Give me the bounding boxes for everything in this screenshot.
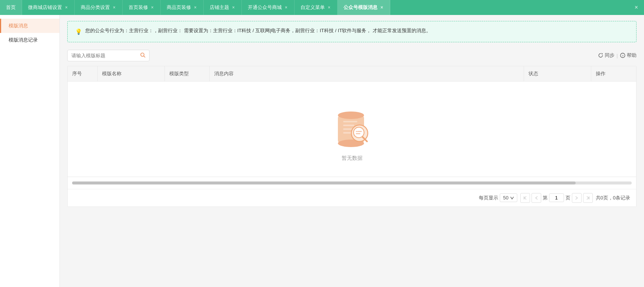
tab-close-5[interactable]: × [231,4,235,10]
col-header-type: 模版类型 [165,66,210,81]
tab-close-7[interactable]: × [327,4,331,10]
svg-rect-16 [356,133,360,134]
table-container: 序号 模版名称 模版类型 消息内容 状态 操作 [67,66,637,207]
page-size-area: 每页显示 50 [479,193,517,202]
tab-close-4[interactable]: × [193,4,197,10]
svg-text:?: ? [622,54,624,58]
page-input[interactable] [549,193,564,202]
col-header-name: 模版名称 [98,66,165,81]
tab-label-5: 店铺主题 [210,4,229,11]
horizontal-scrollbar[interactable] [68,177,636,189]
pagination: 每页显示 50 [68,189,636,207]
tab-bar: 首页微商城店铺设置×商品分类设置×首页装修×商品页装修×店铺主题×开通公众号商城… [0,0,644,15]
svg-line-1 [144,56,145,57]
tab-label-2: 商品分类设置 [81,4,110,11]
search-input[interactable] [68,51,136,61]
tab-item-3[interactable]: 首页装修× [123,0,161,15]
page-label: 第 [543,195,548,201]
tab-item-2[interactable]: 商品分类设置× [75,0,123,15]
tab-close-8[interactable]: × [380,4,384,10]
tab-label-3: 首页装修 [129,4,148,11]
last-page-icon [586,196,590,200]
sidebar-item-0[interactable]: 模版消息 [0,19,59,33]
help-button[interactable]: ? 帮助 [620,52,637,59]
page-controls: 第 页 [520,193,593,203]
toolbar-right: 同步 | ? 帮助 [598,52,637,59]
first-page-button[interactable] [520,193,530,203]
tab-item-7[interactable]: 自定义菜单× [295,0,338,15]
tab-item-4[interactable]: 商品页装修× [161,0,204,15]
page-total: 共0页，0条记录 [596,195,630,201]
tab-label-8: 公众号模版消息 [343,4,378,11]
tab-label-4: 商品页装修 [167,4,191,11]
col-header-action: 操作 [591,66,636,81]
search-icon [140,52,145,58]
tab-item-0[interactable]: 首页 [0,0,22,15]
prev-page-icon [535,196,538,200]
per-page-label: 每页显示 [479,195,498,201]
tab-label-0: 首页 [6,4,16,11]
tab-item-6[interactable]: 开通公众号商城× [242,0,295,15]
prev-page-button[interactable] [531,193,541,203]
tab-label-6: 开通公众号商城 [248,4,282,11]
notice-box: 💡 您的公众号行业为：主营行业：，副营行业： 需要设置为：主营行业：IT科技 /… [67,21,637,42]
tab-item-5[interactable]: 店铺主题× [204,0,242,15]
tab-item-8[interactable]: 公众号模版消息× [338,0,390,15]
col-header-status: 状态 [524,66,591,81]
svg-point-6 [338,112,364,119]
dropdown-icon [510,196,514,199]
notice-icon: 💡 [75,27,82,37]
search-button[interactable] [136,50,149,61]
tab-close-2[interactable]: × [112,4,116,10]
svg-point-13 [354,127,364,138]
tab-close-3[interactable]: × [150,4,154,10]
sync-button[interactable]: 同步 [598,52,614,59]
sidebar: 模版消息模版消息记录 [0,15,60,287]
notice-text: 您的公众号行业为：主营行业：，副营行业： 需要设置为：主营行业：IT科技 / 互… [85,27,431,35]
next-page-icon [575,196,578,200]
close-all-button[interactable]: × [629,4,644,11]
main-layout: 模版消息模版消息记录 💡 您的公众号行业为：主营行业：，副营行业： 需要设置为：… [0,15,644,287]
toolbar: 同步 | ? 帮助 [67,50,637,61]
divider: | [617,53,618,58]
empty-icon [330,104,375,149]
search-area [67,50,150,61]
help-icon: ? [620,53,625,58]
sync-icon [598,53,603,58]
tab-close-1[interactable]: × [64,4,68,10]
svg-point-17 [356,129,358,131]
empty-state: 暂无数据 [68,82,636,177]
empty-text: 暂无数据 [342,155,363,162]
tab-item-1[interactable]: 微商城店铺设置× [22,0,75,15]
page-size-select[interactable]: 50 [500,193,517,202]
svg-rect-9 [343,125,354,126]
col-header-content: 消息内容 [210,66,524,81]
tab-label-7: 自定义菜单 [301,4,325,11]
col-header-index: 序号 [68,66,98,81]
tab-label-1: 微商城店铺设置 [28,4,62,11]
sidebar-item-1[interactable]: 模版消息记录 [0,33,59,47]
svg-rect-8 [343,121,357,122]
table-header: 序号 模版名称 模版类型 消息内容 状态 操作 [68,66,636,82]
next-page-button[interactable] [572,193,582,203]
tab-close-6[interactable]: × [284,4,288,10]
content-area: 💡 您的公众号行业为：主营行业：，副营行业： 需要设置为：主营行业：IT科技 /… [60,15,644,287]
last-page-button[interactable] [583,193,593,203]
first-page-icon [523,196,527,200]
page-unit: 页 [566,195,570,201]
